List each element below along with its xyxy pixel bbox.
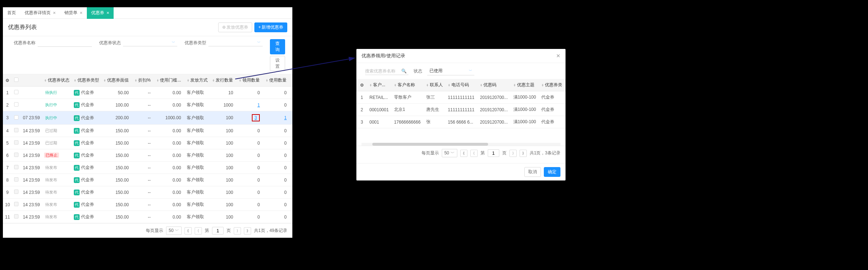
next-page-button[interactable]: ⟩ [509, 150, 517, 157]
coupon-code: 2019120700... [478, 116, 511, 128]
sort-icon[interactable]: ▲▼ [103, 79, 106, 82]
issue-qty: 100 [210, 199, 237, 211]
close-icon[interactable]: ✕ [106, 11, 109, 15]
sort-icon[interactable]: ▲▼ [541, 84, 544, 87]
per-page-select[interactable]: 50 ﹀ [166, 227, 182, 235]
table-row[interactable]: 1 待执行 代代金券 50.00 -- 0.00 客户领取 10 0 0 ↗ ⊞ [3, 87, 292, 99]
sort-icon[interactable]: ▲▼ [480, 84, 483, 87]
gear-icon[interactable]: ⚙ [5, 78, 9, 83]
status-badge: 已过期 [44, 128, 58, 133]
table-row[interactable]: 9 14 23:59 待发布 代代金券 150.00 -- 0.00 客户领取 … [3, 186, 292, 199]
row-checkbox[interactable] [14, 202, 18, 206]
sort-icon[interactable]: ▲▼ [426, 84, 429, 87]
first-page-button[interactable]: ⟪ [460, 150, 467, 157]
select-all-checkbox[interactable] [14, 78, 18, 82]
issue-coupon-button[interactable]: ⊕发放优惠券 [218, 22, 252, 32]
issue-qty: 100 [210, 186, 237, 199]
sort-icon[interactable]: ▲▼ [157, 79, 159, 82]
first-page-button[interactable]: ⟪ [185, 227, 192, 234]
sort-icon[interactable]: ▲▼ [369, 84, 372, 87]
sort-icon[interactable]: ▲▼ [187, 79, 189, 82]
search-button[interactable]: 查询 [270, 39, 285, 54]
close-icon[interactable]: ✕ [53, 11, 56, 15]
confirm-button[interactable]: 确定 [544, 167, 560, 177]
tab-bar: 首页优惠券详情页✕销货单✕优惠券✕ [3, 7, 292, 19]
settings-button[interactable]: 设置 [270, 56, 285, 71]
close-icon[interactable]: ✕ [556, 53, 560, 59]
sort-icon[interactable]: ▲▼ [513, 84, 516, 87]
use-count-link[interactable]: 1 [284, 115, 287, 120]
face-value: 150.00 [101, 199, 132, 211]
table-row[interactable]: 8 14 23:59 待发布 代代金券 150.00 -- 0.00 客户领取 … [3, 174, 292, 186]
cancel-button[interactable]: 取消 [524, 167, 541, 177]
table-row[interactable]: 4 14 23:59 已过期 代代金券 150.00 -- 0.00 客户领取 … [3, 125, 292, 137]
sort-icon[interactable]: ▲▼ [74, 79, 76, 82]
pagination-summary: 共1页，49条记录 [254, 228, 287, 234]
tab[interactable]: 优惠券✕ [87, 7, 114, 19]
sort-icon[interactable]: ▲▼ [44, 79, 47, 82]
search-icon[interactable]: 🔍 [401, 68, 407, 74]
dialog-per-page-select[interactable]: 50 ﹀ [442, 149, 457, 157]
issue-qty: 100 [210, 162, 237, 174]
time-cell: 14 23:59 [21, 149, 42, 162]
status-badge: 待执行 [44, 90, 58, 95]
row-checkbox[interactable] [14, 115, 18, 120]
dialog-search[interactable]: 🔍 [365, 67, 408, 75]
row-checkbox[interactable] [14, 102, 18, 107]
sort-icon[interactable]: ▲▼ [394, 84, 397, 87]
row-checkbox[interactable] [14, 177, 18, 182]
prev-page-button[interactable]: ⟨ [195, 227, 202, 234]
coupon-type-select[interactable]: ﹀ [208, 39, 263, 46]
tab[interactable]: 销货单✕ [60, 7, 87, 19]
table-row[interactable]: 2 00010001 北京1 唐先生 11111111111 201912070… [356, 104, 566, 116]
table-row[interactable]: 7 14 23:59 待发布 代代金券 150.00 -- 0.00 客户领取 … [3, 162, 292, 174]
table-row[interactable]: 6 14 23:59 已终止 代代金券 150.00 -- 0.00 客户领取 … [3, 149, 292, 162]
face-value: 200.00 [101, 111, 132, 125]
next-page-button[interactable]: ⟩ [234, 227, 241, 234]
threshold: 0.00 [154, 125, 185, 137]
prev-page-button[interactable]: ⟨ [470, 150, 478, 157]
add-coupon-button[interactable]: +新增优惠券 [254, 22, 287, 32]
claim-count-link[interactable]: 3 [255, 115, 257, 120]
tab[interactable]: 优惠券详情页✕ [20, 7, 60, 19]
table-row[interactable]: 5 14 23:59 已过期 代代金券 150.00 -- 0.00 客户领取 … [3, 137, 292, 149]
threshold: 0.00 [154, 99, 185, 111]
type-badge-icon: 代 [74, 177, 80, 183]
type-badge-icon: 代 [74, 128, 80, 134]
row-checkbox[interactable] [14, 140, 18, 145]
horizontal-scrollbar[interactable] [361, 143, 560, 146]
coupon-name-input[interactable] [38, 39, 92, 47]
row-checkbox[interactable] [14, 90, 18, 94]
table-row[interactable]: 1 RETAIL... 零散客户 张三 11111111111 20191207… [356, 91, 566, 104]
close-icon[interactable]: ✕ [80, 11, 82, 15]
dialog-status-select[interactable]: 已使用 ﹀ [427, 67, 474, 75]
coupon-status-select[interactable]: ﹀ [123, 39, 177, 46]
row-checkbox[interactable] [14, 165, 18, 169]
coupon-type: 代金券 [539, 104, 566, 116]
row-checkbox[interactable] [14, 214, 18, 219]
sort-icon[interactable]: ▲▼ [266, 79, 268, 82]
last-page-button[interactable]: ⟫ [244, 227, 251, 234]
claim-count-link[interactable]: 1 [258, 103, 260, 108]
tab[interactable]: 首页 [3, 7, 20, 19]
issue-method: 客户领取 [185, 211, 210, 223]
sort-icon[interactable]: ▲▼ [212, 79, 215, 82]
table-row[interactable]: 11 14 23:59 待发布 代代金券 150.00 -- 0.00 客户领取… [3, 211, 292, 223]
gear-icon[interactable]: ⚙ [360, 83, 364, 88]
table-row[interactable]: 3 07 23:59 执行中 代代金券 200.00 -- 1000.00 客户… [3, 111, 292, 125]
table-row[interactable]: 3 0001 17666666666 张 156 6666 6... 20191… [356, 116, 566, 128]
sort-icon[interactable]: ▲▼ [448, 84, 450, 87]
sort-icon[interactable]: ▲▼ [239, 79, 241, 82]
table-row[interactable]: 2 执行中 代代金券 100.00 -- 0.00 客户领取 1000 1 0 … [3, 99, 292, 111]
time-cell: 14 23:59 [21, 199, 42, 211]
sort-icon[interactable]: ▲▼ [135, 79, 137, 82]
row-checkbox[interactable] [14, 153, 18, 157]
last-page-button[interactable]: ⟫ [520, 150, 527, 157]
dialog-page-input[interactable] [488, 149, 499, 157]
page-input[interactable] [212, 227, 224, 234]
table-row[interactable]: 10 14 23:59 待发布 代代金券 150.00 -- 0.00 客户领取… [3, 199, 292, 211]
type-badge-icon: 代 [74, 90, 80, 96]
dialog-search-input[interactable] [365, 68, 401, 74]
row-checkbox[interactable] [14, 190, 18, 194]
row-checkbox[interactable] [14, 128, 18, 132]
